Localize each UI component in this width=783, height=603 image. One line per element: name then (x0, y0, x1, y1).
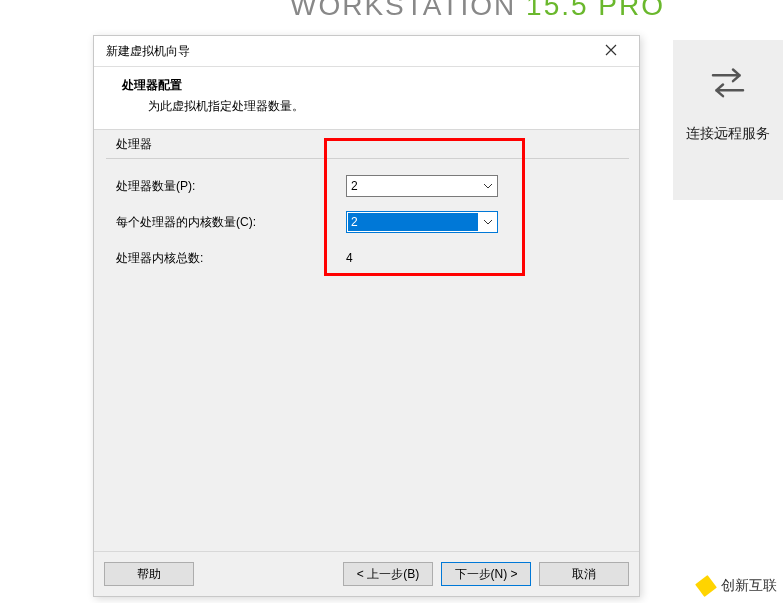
processor-group: 处理器数量(P): 2 每个处理器的内核数量(C): 2 (106, 158, 629, 289)
processors-combo[interactable]: 2 (346, 175, 498, 197)
brand-prefix: WORKSTATION (290, 0, 516, 21)
back-button[interactable]: < 上一步(B) (343, 562, 433, 586)
dialog-footer: 帮助 < 上一步(B) 下一步(N) > 取消 (94, 551, 639, 596)
back-label: < 上一步(B) (357, 566, 419, 583)
processors-value: 2 (347, 176, 479, 196)
close-icon (605, 42, 617, 60)
transfer-icon (708, 62, 748, 105)
chevron-down-icon (479, 176, 497, 196)
connect-remote-tile[interactable]: 连接远程服务 (673, 40, 783, 200)
processors-row: 处理器数量(P): 2 (114, 173, 621, 199)
connect-remote-label: 连接远程服务 (686, 125, 770, 143)
dialog-body: 处理器 处理器数量(P): 2 每个处理器的内核数量(C): 2 (94, 130, 639, 551)
brand-suffix: PRO (598, 0, 665, 21)
next-label: 下一步(N) > (455, 566, 518, 583)
dialog-title: 新建虚拟机向导 (106, 43, 591, 60)
brand-title: WORKSTATION 15.5 PRO (290, 0, 665, 22)
dialog-header: 处理器配置 为此虚拟机指定处理器数量。 (94, 67, 639, 130)
titlebar: 新建虚拟机向导 (94, 36, 639, 67)
help-button[interactable]: 帮助 (104, 562, 194, 586)
total-label: 处理器内核总数: (114, 250, 346, 267)
watermark-text: 创新互联 (721, 577, 777, 595)
watermark: 创新互联 (695, 575, 777, 597)
cores-combo[interactable]: 2 (346, 211, 498, 233)
close-button[interactable] (591, 37, 631, 65)
group-label: 处理器 (112, 136, 156, 153)
cores-value: 2 (348, 213, 478, 231)
total-value: 4 (346, 251, 516, 265)
total-row: 处理器内核总数: 4 (114, 245, 621, 271)
watermark-icon (694, 574, 719, 599)
next-button[interactable]: 下一步(N) > (441, 562, 531, 586)
cores-label: 每个处理器的内核数量(C): (114, 214, 346, 231)
header-subtitle: 为此虚拟机指定处理器数量。 (108, 98, 625, 115)
cancel-button[interactable]: 取消 (539, 562, 629, 586)
wizard-dialog: 新建虚拟机向导 处理器配置 为此虚拟机指定处理器数量。 处理器 处理器数量(P)… (93, 35, 640, 597)
cancel-label: 取消 (572, 566, 596, 583)
cores-row: 每个处理器的内核数量(C): 2 (114, 209, 621, 235)
brand-version: 15.5 (516, 0, 598, 21)
chevron-down-icon (479, 212, 497, 232)
header-title: 处理器配置 (108, 77, 625, 94)
help-label: 帮助 (137, 566, 161, 583)
processors-label: 处理器数量(P): (114, 178, 346, 195)
